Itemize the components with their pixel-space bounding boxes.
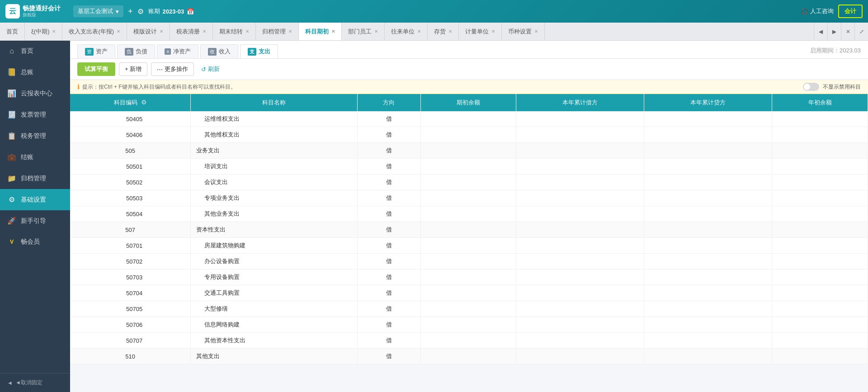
content-area: 资 资产 负 负债 ≡ 净资产 收 收入 支 支出 启用期间：2023.03 xyxy=(70,41,868,392)
tab-bar: 首页 ξ(中期) ✕ 收入支出表(年报) ✕ 模版设计 ✕ 税表清册 ✕ 期末结… xyxy=(0,23,868,41)
accountant-button[interactable]: 会计 xyxy=(838,5,863,18)
table-row[interactable]: 50707其他资本性支出借 xyxy=(70,333,868,349)
tab-template[interactable]: 模版设计 ✕ xyxy=(127,23,170,40)
table-row[interactable]: 50405运维维权支出借 xyxy=(70,111,868,127)
member-icon: V xyxy=(7,239,16,245)
cell-opening xyxy=(420,254,516,269)
tab-close-carry[interactable]: ✕ xyxy=(245,29,249,34)
tab-tax[interactable]: 税表清册 ✕ xyxy=(170,23,213,40)
sidebar-item-settlement[interactable]: 💼 结账 xyxy=(0,146,70,168)
table-row[interactable]: 50706信息网络购建借 xyxy=(70,317,868,333)
sidebar-item-report[interactable]: 📊 云报表中心 xyxy=(0,83,70,104)
table-row[interactable]: 50501培训支出借 xyxy=(70,159,868,175)
sidebar-item-home[interactable]: ⌂ 首页 xyxy=(0,41,70,61)
table-row[interactable]: 50502会议支出借 xyxy=(70,175,868,190)
add-button[interactable]: + 新增 xyxy=(119,62,147,76)
table-row[interactable]: 50704交通工具购置借 xyxy=(70,285,868,301)
cell-year-opening xyxy=(772,190,868,206)
table-row[interactable]: 50406其他维权支出借 xyxy=(70,127,868,143)
tab-close-currency[interactable]: ✕ xyxy=(534,29,538,34)
sub-tab-expense[interactable]: 支 支出 xyxy=(240,44,278,58)
table-row[interactable]: 50701房屋建筑物购建借 xyxy=(70,238,868,254)
sidebar-item-basic[interactable]: ⚙ 基础设置 xyxy=(0,189,70,210)
sidebar-item-tax[interactable]: 📋 税务管理 xyxy=(0,125,70,146)
settings-icon[interactable]: ⚙ xyxy=(137,7,144,16)
sub-tab-equity[interactable]: ≡ 净资产 xyxy=(157,44,198,58)
tab-close-period-mid[interactable]: ✕ xyxy=(52,29,56,34)
tab-income-year[interactable]: 收入支出表(年报) ✕ xyxy=(62,23,127,40)
tab-close-tax[interactable]: ✕ xyxy=(203,29,206,34)
tab-close-inventory[interactable]: ✕ xyxy=(448,29,452,34)
table-row[interactable]: 510其他支出借 xyxy=(70,349,868,364)
table-row[interactable]: 50504其他业务支出借 xyxy=(70,206,868,222)
cell-debit xyxy=(516,111,644,127)
tab-prev-button[interactable]: ◀ xyxy=(814,23,827,41)
tab-period-mid[interactable]: ξ(中期) ✕ xyxy=(25,23,62,40)
tab-next-button[interactable]: ▶ xyxy=(827,23,841,41)
tab-department[interactable]: 部门员工 ✕ xyxy=(342,23,385,40)
tab-close-contacts[interactable]: ✕ xyxy=(417,29,421,34)
disabled-toggle[interactable] xyxy=(803,83,819,91)
tab-unit[interactable]: 计量单位 ✕ xyxy=(459,23,502,40)
header-right: 🎧 人工咨询 会计 xyxy=(801,5,863,18)
table-row[interactable]: 50705大型修缮借 xyxy=(70,301,868,317)
sidebar-label-member: 畅会员 xyxy=(21,238,40,246)
logo-icon: 云 xyxy=(5,4,20,19)
calendar-icon[interactable]: 📅 xyxy=(187,8,194,15)
table-container[interactable]: 科目编码 ⚙ 科目名称 方向 期初余额 本年累计借方 本年累计贷方 年初余额 5… xyxy=(70,94,868,392)
tab-carry-forward[interactable]: 期末结转 ✕ xyxy=(213,23,256,40)
sub-tab-liability[interactable]: 负 负债 xyxy=(117,44,155,58)
basic-icon: ⚙ xyxy=(7,195,16,204)
sidebar-label-tax: 税务管理 xyxy=(21,132,46,140)
table-row[interactable]: 50702办公设备购置借 xyxy=(70,254,868,269)
refresh-button[interactable]: ↺ 刷新 xyxy=(198,63,223,76)
more-button[interactable]: ⋯ 更多操作 xyxy=(151,62,194,76)
table-row[interactable]: 50703专用设备购置借 xyxy=(70,269,868,285)
help-button[interactable]: 🎧 人工咨询 xyxy=(801,7,834,15)
cell-name: 运维维权支出 xyxy=(191,111,357,127)
balance-button[interactable]: 试算平衡 xyxy=(77,62,115,76)
hint-text: ℹ 提示：按Ctrl + F键并输入科目编码或者科目名称可以查找科目。 xyxy=(77,83,236,91)
report-icon: 📊 xyxy=(7,89,16,98)
sidebar-item-invoice[interactable]: 🧾 发票管理 xyxy=(0,104,70,125)
company-selector[interactable]: 基层工会测试 ▾ xyxy=(73,5,123,17)
tab-inventory[interactable]: 存货 ✕ xyxy=(428,23,459,40)
tab-close-unit[interactable]: ✕ xyxy=(491,29,495,34)
tab-subject-init[interactable]: 科目期初 ✕ xyxy=(299,23,342,40)
sidebar-item-member[interactable]: V 畅会员 xyxy=(0,231,70,252)
tab-close-archive[interactable]: ✕ xyxy=(288,29,292,34)
tab-contacts[interactable]: 往来单位 ✕ xyxy=(385,23,428,40)
cell-code: 50701 xyxy=(70,238,191,254)
table-row[interactable]: 507资本性支出借 xyxy=(70,222,868,238)
sub-tab-income[interactable]: 收 收入 xyxy=(200,44,238,58)
sub-tab-asset[interactable]: 资 资产 xyxy=(77,44,115,58)
col-settings-icon[interactable]: ⚙ xyxy=(141,99,147,106)
tab-close-income-year[interactable]: ✕ xyxy=(117,29,120,34)
tab-close-subject[interactable]: ✕ xyxy=(331,29,335,34)
cell-code: 50405 xyxy=(70,111,191,127)
cell-opening xyxy=(420,349,516,364)
tab-currency[interactable]: 币种设置 ✕ xyxy=(502,23,545,40)
sidebar-collapse-button[interactable]: ◄ ◄取消固定 xyxy=(0,373,70,392)
sidebar-item-guide[interactable]: 🚀 新手引导 xyxy=(0,210,70,231)
sidebar-item-archive[interactable]: 📁 归档管理 xyxy=(0,168,70,189)
top-header: 云 畅捷通好会计 旗舰版 基层工会测试 ▾ + ⚙ 账期 2023-03 📅 🎧… xyxy=(0,0,868,23)
app-sub: 旗舰版 xyxy=(23,12,61,18)
sidebar-item-ledger[interactable]: 📒 总账 xyxy=(0,61,70,83)
tab-expand-button[interactable]: ⤢ xyxy=(854,23,868,41)
cell-direction: 借 xyxy=(357,238,420,254)
expense-tab-icon: 支 xyxy=(248,48,256,56)
tab-close-all-button[interactable]: ✕ xyxy=(841,23,854,41)
settlement-icon: 💼 xyxy=(7,153,16,161)
cell-direction: 借 xyxy=(357,333,420,349)
tab-close-template[interactable]: ✕ xyxy=(160,29,163,34)
cell-direction: 借 xyxy=(357,301,420,317)
income-tab-label: 收入 xyxy=(219,47,231,56)
tax-icon: 📋 xyxy=(7,132,16,140)
add-company-icon[interactable]: + xyxy=(128,7,133,16)
tab-home[interactable]: 首页 xyxy=(0,23,25,40)
tab-archive[interactable]: 归档管理 ✕ xyxy=(256,23,299,40)
tab-close-department[interactable]: ✕ xyxy=(374,29,378,34)
table-row[interactable]: 50503专项业务支出借 xyxy=(70,190,868,206)
table-row[interactable]: 505业务支出借 xyxy=(70,143,868,159)
